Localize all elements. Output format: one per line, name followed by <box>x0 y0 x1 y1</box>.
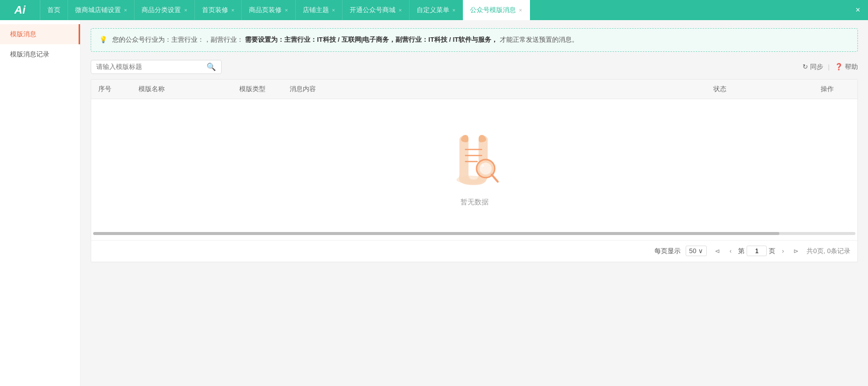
nav-tab-close-category-settings[interactable]: × <box>184 7 187 13</box>
search-box: 🔍 <box>91 60 222 74</box>
nav-tab-shop-settings[interactable]: 微商城店铺设置× <box>68 0 135 20</box>
page-size-select[interactable]: 50 ∨ <box>686 246 707 256</box>
chevron-down-icon: ∨ <box>698 247 703 255</box>
scroll-bar-area <box>91 232 857 235</box>
empty-text: 暂无数据 <box>460 198 489 207</box>
sidebar-item-template-msg-record[interactable]: 模版消息记录 <box>0 44 80 64</box>
close-all-button[interactable]: × <box>848 0 868 20</box>
nav-tab-custom-menu[interactable]: 自定义菜单× <box>410 0 463 20</box>
sync-button[interactable]: ↻ 同步 <box>803 62 823 71</box>
content-area: 💡 您的公众号行业为：主营行业：，副营行业： 需要设置为：主营行业：IT科技 /… <box>81 20 868 386</box>
page-input[interactable] <box>747 246 767 256</box>
th-name: 模版名称 <box>131 80 232 99</box>
page-size-value: 50 <box>689 247 696 255</box>
alert-suffix: 才能正常发送预置的消息。 <box>500 36 578 43</box>
main-layout: 模版消息模版消息记录 💡 您的公众号行业为：主营行业：，副营行业： 需要设置为：… <box>0 20 868 386</box>
th-action: 操作 <box>797 80 857 99</box>
help-icon: ❓ <box>835 63 843 70</box>
sync-label: 同步 <box>810 62 823 71</box>
nav-tab-close-shop-theme[interactable]: × <box>332 7 335 13</box>
toolbar-right: ↻ 同步 | ❓ 帮助 <box>803 62 858 71</box>
nav-tab-close-home-decoration[interactable]: × <box>231 7 234 13</box>
nav-tab-close-open-mall[interactable]: × <box>398 7 402 13</box>
alert-prefix: 您的公众号行业为：主营行业：，副营行业： <box>112 36 243 43</box>
alert-box: 💡 您的公众号行业为：主营行业：，副营行业： 需要设置为：主营行业：IT科技 /… <box>91 28 858 52</box>
page-size-label: 每页显示 <box>654 247 681 256</box>
sidebar: 模版消息模版消息记录 <box>0 20 81 386</box>
th-seq: 序号 <box>91 80 131 99</box>
sync-icon: ↻ <box>803 63 808 70</box>
top-nav: Ai 首页微商城店铺设置×商品分类设置×首页装修×商品页装修×店铺主题×开通公众… <box>0 0 868 20</box>
help-label: 帮助 <box>845 62 858 71</box>
th-status: 状态 <box>706 80 797 99</box>
nav-tab-home[interactable]: 首页 <box>40 0 68 20</box>
divider: | <box>828 63 830 70</box>
nav-tabs: 首页微商城店铺设置×商品分类设置×首页装修×商品页装修×店铺主题×开通公众号商城… <box>40 0 848 20</box>
scroll-bar-thumb <box>93 232 779 235</box>
nav-tab-home-decoration[interactable]: 首页装修× <box>195 0 242 20</box>
last-page-button[interactable]: ⊳ <box>790 246 802 257</box>
pagination: 每页显示 50 ∨ ⊲ ‹ 第 页 › ⊳ 共0页, 0条记录 <box>91 240 857 262</box>
nav-tab-product-decoration[interactable]: 商品页装修× <box>242 0 295 20</box>
svg-point-7 <box>481 164 484 167</box>
nav-tab-close-product-decoration[interactable]: × <box>285 7 288 13</box>
hint-icon: 💡 <box>99 36 107 43</box>
empty-icon <box>444 129 505 190</box>
page-unit: 页 <box>769 247 775 256</box>
search-input[interactable] <box>96 63 207 70</box>
page-input-wrap: 第 页 <box>738 246 775 256</box>
nav-tab-shop-theme[interactable]: 店铺主题× <box>296 0 343 20</box>
nav-tab-close-shop-settings[interactable]: × <box>124 7 127 13</box>
prev-page-button[interactable]: ‹ <box>725 246 736 257</box>
next-page-button[interactable]: › <box>777 246 788 257</box>
empty-state: 暂无数据 <box>91 99 857 227</box>
alert-highlight: 需要设置为：主营行业：IT科技 / 互联网|电子商务，副营行业：IT科技 / I… <box>245 36 498 43</box>
sidebar-item-template-msg[interactable]: 模版消息 <box>0 24 80 44</box>
nav-tab-close-template-msg[interactable]: × <box>519 7 522 13</box>
nav-tab-close-custom-menu[interactable]: × <box>452 7 455 13</box>
svg-point-5 <box>480 163 492 175</box>
table-header: 序号 模版名称 模版类型 消息内容 状态 操作 <box>91 80 857 99</box>
page-label: 第 <box>738 247 745 256</box>
total-info: 共0页, 0条记录 <box>807 247 850 256</box>
nav-tab-category-settings[interactable]: 商品分类设置× <box>135 0 194 20</box>
toolbar: 🔍 ↻ 同步 | ❓ 帮助 <box>91 60 858 74</box>
th-type: 模版类型 <box>232 80 283 99</box>
data-table: 序号 模版名称 模版类型 消息内容 状态 操作 <box>91 79 858 262</box>
first-page-button[interactable]: ⊲ <box>712 246 723 257</box>
help-button[interactable]: ❓ 帮助 <box>835 62 858 71</box>
scroll-bar-track[interactable] <box>93 232 855 235</box>
search-icon[interactable]: 🔍 <box>207 62 216 71</box>
nav-tab-open-mall[interactable]: 开通公众号商城× <box>343 0 409 20</box>
th-content: 消息内容 <box>283 80 706 99</box>
svg-line-6 <box>492 175 498 182</box>
page-nav: ⊲ ‹ 第 页 › ⊳ <box>712 246 802 257</box>
nav-tab-template-msg[interactable]: 公众号模版消息× <box>463 0 529 20</box>
app-logo: Ai <box>0 0 40 20</box>
